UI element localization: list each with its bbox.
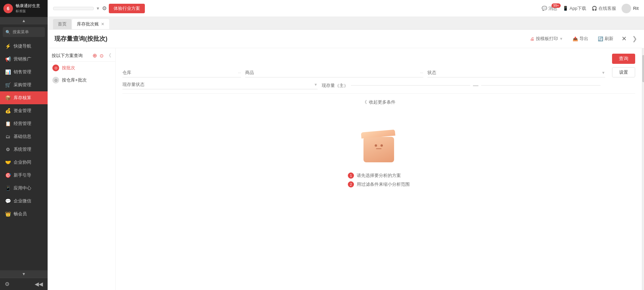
empty-state: 1 请先选择要分析的方案 2 用过滤条件来缩小分析范围 — [122, 108, 635, 201]
online-service-btn[interactable]: 🎧 在线客服 — [592, 5, 616, 12]
sidebar-search[interactable]: 🔍 搜索菜单 — [3, 27, 45, 37]
collapse-more-btn[interactable]: 《 收起更多条件 — [122, 96, 635, 108]
sidebar-item-label: 系统管理 — [14, 146, 31, 152]
nav-icon-finance: 💰 — [5, 108, 11, 114]
empty-box-body — [363, 137, 394, 162]
inventory-status-arrow[interactable]: ▼ — [314, 83, 318, 87]
tab-batch-account[interactable]: 库存批次账 ✕ — [72, 19, 109, 29]
product-more-icon[interactable]: ··· — [420, 71, 423, 75]
warehouse-more-icon[interactable]: ··· — [238, 71, 241, 75]
sidebar-item-enterprise[interactable]: 🤝 企业协同 — [0, 156, 48, 169]
sidebar-item-inventory[interactable]: 📦 库存核算 — [0, 91, 48, 104]
tab-close-icon[interactable]: ✕ — [101, 22, 104, 26]
warehouse-label: 仓库 — [122, 70, 133, 76]
add-filter-icon[interactable]: ⊕ — [92, 52, 97, 59]
export-icon: 📤 — [573, 36, 578, 41]
sidebar-bottom: ⚙ ◀◀ — [0, 278, 48, 290]
scrollbar-thumb[interactable] — [642, 55, 644, 82]
sidebar-item-label: 库存核算 — [14, 95, 31, 101]
user-profile-btn[interactable]: Rit — [622, 4, 639, 13]
print-dropdown-icon[interactable]: ▼ — [559, 37, 563, 41]
collapse-up-icon: 《 — [362, 99, 367, 105]
collapse-label: 收起更多条件 — [369, 99, 395, 105]
export-btn[interactable]: 📤 导出 — [570, 34, 591, 43]
app-title: 畅康通好生意 — [16, 3, 40, 9]
inventory-qty-label: 现存量（主） — [322, 83, 348, 89]
empty-eyes — [375, 144, 383, 147]
sidebar-scroll-up[interactable]: ▲ — [0, 17, 48, 24]
sidebar-item-wechat[interactable]: 💬 企业微信 — [0, 195, 48, 207]
nav-icon-marketing: 📢 — [5, 56, 11, 62]
status-arrow-icon[interactable]: ▼ — [601, 71, 605, 75]
status-label: 状态 — [427, 70, 438, 76]
filter-item-icon-batch: ⊙ — [52, 65, 59, 71]
sidebar-item-quick-nav[interactable]: ⚡ 快捷导航 — [0, 40, 48, 53]
tab-home[interactable]: 首页 — [53, 19, 71, 29]
settings-icon[interactable]: ⚙ — [5, 281, 10, 287]
empty-eye-left — [375, 144, 377, 147]
filter-collapse-icon[interactable]: 《 — [106, 53, 111, 59]
experience-btn[interactable]: 体验行业方案 — [109, 4, 145, 13]
nav-icon-basic: 🗂 — [5, 133, 11, 140]
sidebar-item-operations[interactable]: 📋 经营管理 — [0, 117, 48, 130]
expand-panel-icon[interactable]: ❯ — [632, 35, 637, 42]
settings-btn[interactable]: 设置 — [612, 67, 635, 77]
nav-icon-inventory: 📦 — [5, 95, 11, 101]
scrollbar-right[interactable] — [642, 48, 644, 290]
search-icon: 🔍 — [5, 30, 11, 35]
tip-text-2: 用过滤条件来缩小分析范围 — [357, 181, 410, 187]
filter-panel-actions: ⊕ ⊙ 《 — [92, 52, 111, 59]
close-panel-btn[interactable]: ✕ — [620, 34, 628, 44]
topbar-gear-icon[interactable]: ⚙ — [102, 5, 107, 12]
filter-item-label-batch: 按批次 — [62, 65, 75, 71]
app-download-btn[interactable]: 📱 App下载 — [563, 5, 586, 12]
inventory-qty-from[interactable] — [351, 85, 470, 86]
inventory-qty-to[interactable] — [481, 85, 600, 86]
tabbar: 首页 库存批次账 ✕ — [48, 17, 644, 30]
nav-icon-enterprise: 🤝 — [5, 159, 11, 165]
sidebar-item-label: 应用中心 — [14, 185, 31, 191]
filter-divider — [122, 93, 635, 94]
filter-settings-icon[interactable]: ⊙ — [100, 53, 104, 58]
filter-item-label-wh-batch: 按仓库+批次 — [62, 77, 87, 83]
sidebar-item-label: 企业微信 — [14, 198, 31, 204]
print-btn[interactable]: 🖨 按模板打印 ▼ — [527, 34, 566, 43]
filter-item-by-warehouse-batch[interactable]: ⊙ 按仓库+批次 — [48, 74, 115, 86]
warehouse-field-group: 仓库 ··· — [122, 70, 241, 77]
sidebar-item-basic[interactable]: 🗂 基础信息 — [0, 130, 48, 143]
sidebar-header: 6 畅康通好生意 标准版 — [0, 0, 48, 17]
tab-home-label: 首页 — [58, 21, 67, 27]
sidebar-item-member[interactable]: 👑 畅会员 — [0, 207, 48, 220]
collapse-sidebar-icon[interactable]: ◀◀ — [35, 281, 43, 287]
sidebar-scroll-down[interactable]: ▼ — [0, 270, 48, 278]
refresh-label: 刷新 — [605, 36, 613, 42]
filter-item-by-batch[interactable]: ⊙ 按批次 — [48, 62, 115, 74]
sidebar-item-newbie[interactable]: 🎯 新手引导 — [0, 169, 48, 182]
topbar-dropdown-arrow[interactable]: ▼ — [96, 6, 100, 11]
sidebar-item-label: 资金管理 — [14, 108, 31, 114]
sidebar-item-purchase[interactable]: 🛒 采购管理 — [0, 78, 48, 91]
page-actions: 🖨 按模板打印 ▼ 📤 导出 🔄 刷新 ✕ ❯ — [527, 34, 637, 44]
sidebar-item-label: 营销推广 — [14, 56, 31, 62]
page-header: 现存量查询(按批次) 🖨 按模板打印 ▼ 📤 导出 🔄 刷新 ✕ ❯ — [48, 30, 644, 48]
query-action-buttons: 查询 设置 — [612, 54, 635, 77]
sidebar-item-marketing[interactable]: 📢 营销推广 — [0, 53, 48, 66]
sidebar-item-label: 采购管理 — [14, 82, 31, 88]
inventory-qty-field: 现存量（主） — — [322, 83, 600, 89]
sidebar-item-system[interactable]: ⚙ 系统管理 — [0, 143, 48, 156]
refresh-btn[interactable]: 🔄 刷新 — [595, 34, 616, 43]
topbar: ▼ ⚙ 体验行业方案 💬 消息 99+ 📱 App下载 🎧 在线客服 Rit — [48, 0, 644, 17]
inventory-status-label: 现存量状态 — [122, 81, 145, 88]
notification-btn[interactable]: 💬 消息 99+ — [542, 5, 557, 12]
sidebar-item-app-center[interactable]: 📱 应用中心 — [0, 182, 48, 195]
status-field-group: 状态 ▼ — [427, 70, 606, 77]
topbar-search-box[interactable] — [53, 7, 94, 10]
query-btn[interactable]: 查询 — [612, 54, 635, 64]
user-name: Rit — [633, 6, 639, 11]
nav-icon-wechat: 💬 — [5, 198, 11, 204]
empty-mouth — [376, 148, 382, 149]
print-icon: 🖨 — [530, 36, 535, 41]
sidebar-item-finance[interactable]: 💰 资金管理 — [0, 104, 48, 117]
sidebar-item-sales[interactable]: 📊 销售管理 — [0, 66, 48, 78]
app-download-label: App下载 — [570, 5, 586, 12]
